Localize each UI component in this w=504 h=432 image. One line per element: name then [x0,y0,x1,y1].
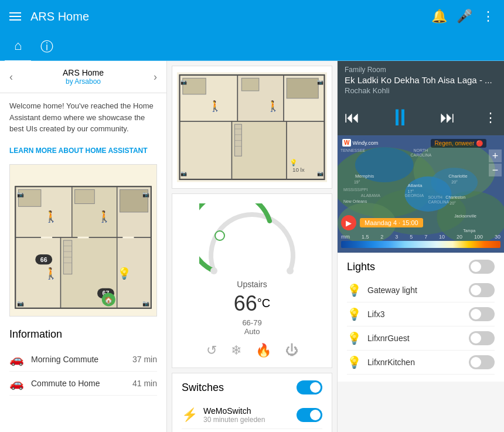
menu-button[interactable] [9,12,21,21]
bell-icon[interactable]: 🔔 [431,9,447,24]
light-row-3: 💡 LifxnrKitchen [347,351,495,375]
windy-brand: Windy.com [352,140,378,146]
media-next-btn[interactable]: ⏭ [440,108,455,127]
weather-map: Memphis 19° Atlanta 17° Charlotte 20° Ch… [338,135,504,253]
tab-home[interactable]: ⌂ [5,31,31,62]
more-icon[interactable]: ⋮ [482,9,495,24]
thermostat-refresh-btn[interactable]: ↺ [206,343,217,358]
svg-text:TENNESSEE: TENNESSEE [340,148,366,152]
panel-title: ARS Home [63,68,104,77]
app-bar: ARS Home 🔔 🎤 ⋮ [0,0,504,33]
light-name-2: LifxnrGuest [367,334,463,343]
svg-point-58 [287,267,294,274]
svg-text:🚶: 🚶 [44,266,58,280]
media-controls: ⏮ ⏸ ⏭ ⋮ [338,100,504,135]
mic-icon[interactable]: 🎤 [457,9,472,24]
weather-scale: mm1.52357102010030 [341,234,500,248]
weather-date: Maandag 4 · 15:00 [360,218,423,227]
svg-text:📷: 📷 [142,191,149,198]
home-tab-icon: ⌂ [14,38,22,53]
bulb-icon-1: 💡 [347,307,362,321]
info-row-0: 🚗 Morning Commute 37 min [9,348,157,372]
svg-text:🚶: 🚶 [267,100,280,113]
light-row-2: 💡 LifxnrGuest [347,326,495,351]
floorplan-large: 📷 📷 📷 📷 🚶 🚶 💡 10 lx [172,66,332,189]
lights-master-toggle[interactable] [469,260,495,274]
svg-text:Charlotte: Charlotte [448,174,468,179]
information-title: Information [9,328,157,341]
light-row-0: 💡 Gateway light [347,278,495,302]
thermostat-ring-svg [199,203,305,280]
media-prev-btn[interactable]: ⏮ [345,108,360,127]
thermostat-controls: ↺ ❄ 🔥 ⏻ [182,343,322,358]
weather-location: Regen, onweer 🔴 [431,139,486,148]
learn-link[interactable]: LEARN MORE ABOUT HOME ASSISTANT [0,142,166,159]
lights-header: Lights [347,260,495,274]
light-name-3: LifxnrKitchen [367,358,463,367]
svg-text:ALABAMA: ALABAMA [361,193,380,198]
svg-text:10 lx: 10 lx [292,166,305,173]
prev-arrow[interactable]: ‹ [9,71,13,83]
weather-zoom-in[interactable]: + [489,149,502,162]
svg-text:🚶: 🚶 [97,210,111,223]
svg-text:🏠: 🏠 [104,295,113,304]
info-header: ‹ ARS Home by Arsaboo › [0,61,166,93]
svg-text:📷: 📷 [142,300,149,307]
svg-text:🚶: 🚶 [209,100,222,113]
svg-text:🚶: 🚶 [44,210,58,223]
light-name-1: Lifx3 [367,309,463,319]
svg-text:📷: 📷 [17,191,24,198]
weather-playbar: ▶ Maandag 4 · 15:00 [341,215,423,230]
svg-rect-38 [180,121,232,179]
thermostat-unit: °C [257,297,270,309]
info-value-1: 41 min [132,379,157,388]
thermostat-card: Upstairs 66°C 66-79 Auto ↺ ❄ 🔥 ⏻ [172,193,332,368]
thermostat-cool-btn[interactable]: ❄ [231,343,241,358]
weather-zoom-out[interactable]: − [489,164,502,176]
switch-row-1: ⚡ WeMoInsight 25 minuten geleden [182,429,322,432]
light-toggle-1[interactable] [469,307,495,321]
media-title: Ek Ladki Ko Dekha Toh Aisa Laga - ... [338,75,504,85]
svg-text:📷: 📷 [181,170,188,177]
lights-section: Lights 💡 Gateway light 💡 Lifx3 [338,253,504,382]
svg-point-59 [215,231,224,240]
svg-text:CAROLINA: CAROLINA [411,153,432,157]
info-value-0: 37 min [132,355,157,364]
middle-column: 📷 📷 📷 📷 🚶 🚶 💡 10 lx [167,61,337,432]
svg-rect-9 [75,189,95,203]
thermostat-heat-btn[interactable]: 🔥 [256,343,271,358]
svg-text:💡: 💡 [117,266,131,280]
floorplan-svg: 📷 📷 📷 📷 🚶 🚶 🚶 66 67 💡 🏠 [10,165,156,316]
svg-text:Memphis: Memphis [355,174,374,179]
thermostat-off-btn[interactable]: ⏻ [285,343,298,358]
svg-text:CAROLINA: CAROLINA [428,200,449,204]
bulb-icon-2: 💡 [347,331,362,345]
switch-time-0: 30 minuten geleden [203,416,291,424]
light-row-1: 💡 Lifx3 [347,302,495,326]
switch-toggle-0[interactable] [297,408,322,422]
panel-subtitle[interactable]: by Arsaboo [63,77,104,86]
bulb-icon-3: 💡 [347,355,362,369]
switches-master-toggle[interactable] [297,380,322,394]
light-toggle-0[interactable] [469,283,495,297]
windy-logo: W Windy.com [342,139,378,147]
weather-play-btn[interactable]: ▶ [341,215,356,230]
bulb-icon-0: 💡 [347,283,362,297]
svg-text:💡: 💡 [290,158,298,166]
svg-point-57 [210,267,217,274]
svg-text:20°: 20° [449,201,456,205]
next-arrow[interactable]: › [154,71,157,83]
switch-row-0: ⚡ WeMoSwitch 30 minuten geleden [182,402,322,429]
media-more-btn[interactable]: ⋮ [484,110,497,125]
tab-info[interactable]: ⓘ [31,31,63,63]
svg-text:Tampa: Tampa [463,229,475,233]
light-toggle-2[interactable] [469,331,495,345]
right-column: Family Room Ek Ladki Ko Dekha Toh Aisa L… [337,61,504,432]
svg-text:SOUTH: SOUTH [428,195,442,199]
left-column: ‹ ARS Home by Arsaboo › Welcome home! Yo… [0,61,167,432]
media-play-btn[interactable]: ⏸ [389,104,412,131]
svg-text:Charleston: Charleston [445,195,465,199]
light-toggle-3[interactable] [469,355,495,369]
svg-rect-43 [287,78,318,98]
car-icon-1: 🚗 [9,376,24,390]
